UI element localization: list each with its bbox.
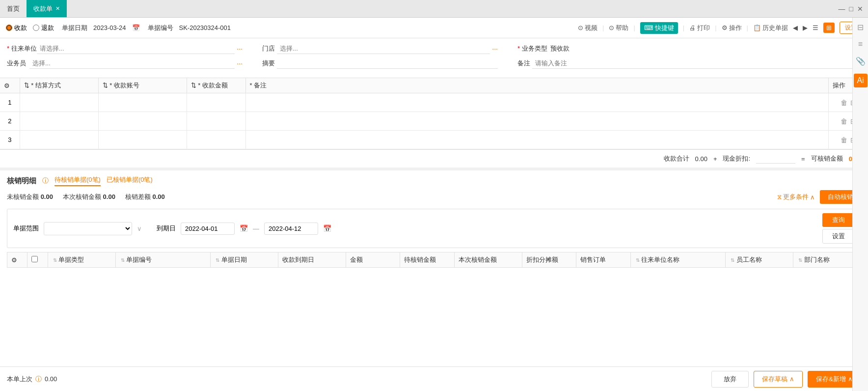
shortcut-icon: ⌨	[644, 24, 653, 31]
row-remark-2[interactable]	[245, 112, 829, 131]
date-label: 单据日期	[62, 24, 87, 32]
employee-sort[interactable]: ⇅	[731, 257, 734, 263]
date-from-input[interactable]	[181, 223, 235, 235]
row-settle-1[interactable]	[20, 93, 98, 112]
maximize-btn[interactable]: □	[849, 5, 853, 13]
refund-radio[interactable]: 退款	[33, 24, 54, 32]
remark-input[interactable]	[532, 58, 861, 69]
more-conditions-btn[interactable]: ⧖ 更多条件 ∧	[777, 193, 815, 201]
row-amount-1[interactable]	[187, 93, 245, 112]
next-btn[interactable]: ▶	[803, 24, 808, 31]
calendar-icon[interactable]: 📅	[132, 24, 140, 31]
th-remark: * 备注	[245, 78, 829, 93]
doc-date-sort[interactable]: ⇅	[216, 257, 219, 263]
verify-tab-done[interactable]: 已核销单据(0笔)	[107, 175, 153, 186]
print-label: 打印	[697, 24, 710, 32]
date-to-calendar-icon[interactable]: 📅	[323, 224, 331, 232]
doc-no-sort[interactable]: ⇅	[121, 257, 125, 263]
range-chevron: ∨	[137, 225, 142, 232]
discount-input[interactable]	[756, 154, 795, 164]
print-btn[interactable]: 🖨 打印	[689, 24, 710, 32]
summary-input[interactable]	[277, 58, 498, 69]
row-settle-3[interactable]	[20, 131, 98, 149]
tab-home[interactable]: 首页	[0, 0, 27, 17]
dept-sort[interactable]: ⇅	[798, 257, 802, 263]
delete-icon-3[interactable]: 🗑	[841, 136, 847, 144]
counterpart-input[interactable]	[37, 43, 235, 54]
video-btn[interactable]: ⊙ 视频	[578, 24, 597, 32]
table-settings-icon[interactable]: ⚙	[4, 82, 10, 89]
th-amount: 金额	[346, 252, 400, 268]
date-to-input[interactable]	[264, 223, 318, 235]
row-amount-3[interactable]	[187, 131, 245, 149]
th-account-sort[interactable]: ⇅	[103, 82, 108, 89]
history-btn[interactable]: 📋 历史单据	[753, 24, 788, 32]
sidebar-attach-icon[interactable]: 📎	[856, 56, 866, 66]
delete-icon-1[interactable]: 🗑	[841, 99, 847, 107]
refund-radio-input[interactable]	[33, 25, 39, 31]
store-input[interactable]	[277, 43, 490, 54]
help-btn[interactable]: ⊙ 帮助	[609, 24, 628, 32]
receipt-radio[interactable]: 收款	[6, 24, 27, 32]
counterpart-more-icon[interactable]: ···	[237, 45, 243, 53]
date-from-calendar-icon[interactable]: 📅	[240, 224, 248, 232]
prev-btn[interactable]: ◀	[793, 24, 798, 31]
row-remark-1[interactable]	[245, 93, 829, 112]
counterpart-sort[interactable]: ⇅	[636, 257, 640, 263]
verify-table: ⚙ ⇅ 单据类型 ⇅ 单据编号	[7, 252, 861, 268]
receipt-radio-input[interactable]	[6, 25, 12, 31]
th-discount: 折扣分摊额	[522, 252, 576, 268]
verify-info-icon[interactable]: ⓘ	[42, 176, 49, 185]
row-account-3[interactable]	[98, 131, 187, 149]
operation-btn[interactable]: ⚙ 操作	[722, 24, 742, 32]
docno-value: SK-20230324-001	[179, 24, 231, 31]
th-doc-no: ⇅ 单据编号	[115, 252, 210, 268]
row-settle-2[interactable]	[20, 112, 98, 131]
divider4: |	[715, 24, 716, 31]
delete-icon-2[interactable]: 🗑	[841, 117, 847, 125]
verify-tab-pending[interactable]: 待核销单据(0笔)	[54, 175, 101, 186]
salesperson-more-icon[interactable]: ···	[237, 59, 243, 67]
table-settings-icon-2[interactable]: ⚙	[11, 256, 17, 264]
row-remark-3[interactable]	[245, 131, 829, 149]
print-icon: 🖨	[689, 24, 696, 31]
store-more-icon[interactable]: ···	[492, 45, 498, 53]
unverified-stat: 未核销金额 0.00	[7, 193, 53, 201]
close-btn[interactable]: ✕	[857, 5, 863, 13]
range-select[interactable]	[44, 222, 132, 235]
footer-info-icon[interactable]: ⓘ	[35, 375, 42, 384]
minimize-btn[interactable]: —	[839, 5, 845, 13]
shortcut-btn[interactable]: ⌨ 快捷键	[640, 22, 678, 34]
counterpart-label: 往来单位	[7, 44, 37, 53]
select-all-checkbox[interactable]	[31, 256, 38, 262]
footer-order-value: 0.00	[45, 375, 57, 383]
layout1-btn[interactable]: ☰	[813, 24, 818, 31]
filter-settings-btn[interactable]: 设置	[822, 229, 855, 244]
equal-sign: =	[801, 155, 805, 163]
sidebar-table-icon[interactable]: ⊟	[857, 23, 864, 32]
th-settle-sort[interactable]: ⇅	[24, 82, 29, 89]
tab-receipt[interactable]: 收款单 ✕	[27, 0, 67, 17]
query-btn[interactable]: 查询	[822, 213, 855, 227]
layout2-btn[interactable]: ⊞	[823, 23, 835, 33]
sidebar-ai-icon[interactable]: Ai	[854, 74, 868, 87]
doc-type-sort[interactable]: ⇅	[53, 257, 57, 263]
draft-button[interactable]: 保存草稿 ∧	[754, 371, 803, 388]
tab-close-icon[interactable]: ✕	[55, 5, 60, 12]
receipt-table: ⚙ ⇅ * 结算方式 ⇅ * 收款账号 ⇅ * 收款金额	[0, 78, 868, 149]
date-value: 2023-03-24	[93, 24, 126, 31]
footer-info: 本单上次 ⓘ 0.00	[7, 375, 57, 384]
verify-title: 核销明细	[7, 176, 36, 186]
row-amount-2[interactable]	[187, 112, 245, 131]
filter-icon: ⧖	[777, 193, 782, 201]
receipt-radio-label: 收款	[14, 24, 27, 32]
history-icon: 📋	[753, 24, 761, 31]
th-amount-sort[interactable]: ⇅	[191, 82, 196, 89]
row-account-2[interactable]	[98, 112, 187, 131]
th-dept: ⇅ 部门名称	[793, 252, 861, 268]
row-account-1[interactable]	[98, 93, 187, 112]
sidebar-list-icon[interactable]: ≡	[858, 40, 863, 49]
abandon-button[interactable]: 放弃	[711, 371, 749, 388]
video-label: 视频	[585, 24, 597, 32]
salesperson-input[interactable]	[29, 58, 235, 69]
